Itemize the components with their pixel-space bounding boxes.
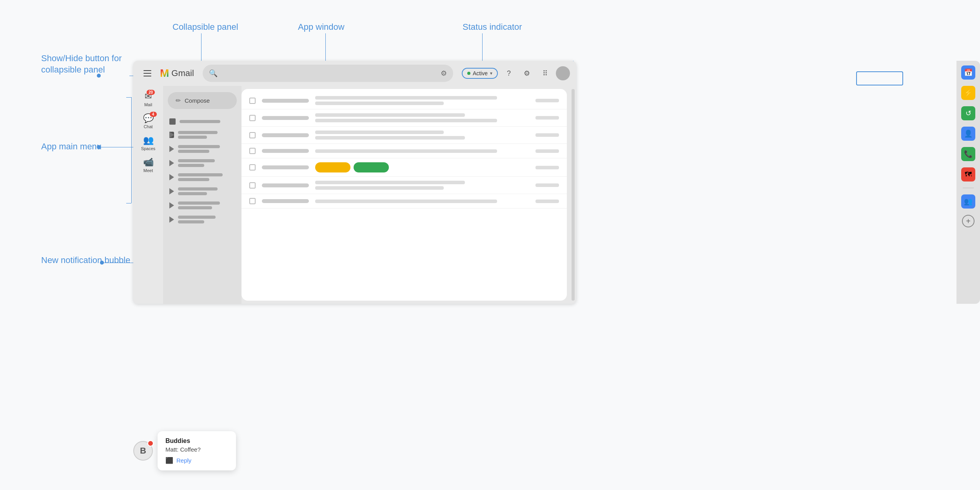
filter-icon[interactable]: ⚙ <box>441 69 447 78</box>
email-row[interactable] <box>241 194 567 209</box>
bubble-reply-button[interactable]: ⬛ Reply <box>165 457 228 464</box>
email-checkbox[interactable] <box>249 198 256 204</box>
add-app-button[interactable]: + <box>962 215 975 227</box>
contacts-icon: 👤 <box>964 129 973 138</box>
panel-item-7[interactable] <box>163 212 237 227</box>
email-subject <box>315 113 465 117</box>
show-hide-label: Show/Hide button for collapsible panel <box>41 53 127 75</box>
left-nav: ✉ 20 Mail 💬 4 Chat 👥 Spaces 📹 Meet <box>133 86 163 304</box>
email-sender <box>262 199 309 203</box>
panel-line-3a <box>178 159 215 162</box>
sidebar-item-meet[interactable]: 📹 Meet <box>135 155 162 175</box>
compose-label: Compose <box>185 97 210 104</box>
gmail-m-logo: M <box>160 67 169 80</box>
app-window-label: App window <box>298 22 345 33</box>
panel-arrow-3 <box>169 160 174 166</box>
hamburger-button[interactable] <box>140 65 155 81</box>
panel-line-7a <box>178 216 216 219</box>
email-content <box>315 149 529 153</box>
sidebar-item-spaces[interactable]: 👥 Spaces <box>135 133 162 153</box>
top-bar: M Gmail 🔍 ⚙ Active ▾ ? ⚙ ⠿ <box>133 61 576 86</box>
scrollbar[interactable] <box>572 89 575 301</box>
email-subject <box>315 149 497 153</box>
email-content <box>315 96 529 105</box>
tag-yellow <box>315 162 350 172</box>
email-date <box>535 166 559 169</box>
chevron-down-icon: ▾ <box>490 71 492 76</box>
keep-icon: ↺ <box>965 109 971 118</box>
email-content <box>315 131 529 140</box>
app-main-menu-dot <box>97 145 101 149</box>
help-button[interactable]: ? <box>502 66 516 80</box>
email-sender <box>262 149 309 153</box>
email-date <box>535 149 559 153</box>
bubble-avatar[interactable]: B <box>133 441 153 461</box>
email-preview <box>315 102 444 105</box>
tasks-app-icon[interactable]: ⚡ <box>961 86 975 100</box>
panel-item-2[interactable] <box>163 142 237 156</box>
panel-line-6b <box>178 206 212 209</box>
status-indicator-label: Status indicator <box>463 22 522 33</box>
panel-arrow-4 <box>169 174 174 180</box>
people-app-icon[interactable]: 👥 <box>961 194 975 209</box>
hamburger-line-2 <box>143 73 151 74</box>
mail-badge: 20 <box>147 90 155 95</box>
panel-item-3[interactable] <box>163 156 237 170</box>
mail-icon: ✉ 20 <box>145 91 152 102</box>
email-row[interactable] <box>241 92 567 109</box>
panel-lines-5 <box>178 187 230 195</box>
active-label: Active <box>473 70 488 76</box>
panel-item-6[interactable] <box>163 198 237 212</box>
email-row[interactable] <box>241 127 567 144</box>
right-apps-panel: 📅 ⚡ ↺ 👤 📞 🗺 👥 + <box>956 61 980 304</box>
hamburger-line-3 <box>143 76 151 76</box>
panel-item-1[interactable] <box>163 128 237 142</box>
meet-label: Meet <box>143 168 153 173</box>
hamburger-line-1 <box>143 70 151 71</box>
panel-inbox[interactable] <box>163 115 237 128</box>
email-checkbox[interactable] <box>249 98 256 104</box>
search-input[interactable] <box>221 70 437 77</box>
email-row[interactable] <box>241 177 567 194</box>
email-sender <box>262 99 309 103</box>
bubble-message: Matt: Coffee? <box>165 446 228 453</box>
email-row[interactable] <box>241 144 567 158</box>
email-checkbox[interactable] <box>249 164 256 171</box>
show-hide-dot <box>97 74 101 78</box>
top-right-controls: Active ▾ ? ⚙ ⠿ <box>462 66 570 80</box>
maps-app-icon[interactable]: 🗺 <box>961 167 975 181</box>
right-apps-divider <box>963 188 974 188</box>
panel-lines-7 <box>178 216 230 223</box>
phone-app-icon[interactable]: 📞 <box>961 147 975 161</box>
email-row[interactable] <box>241 109 567 127</box>
sidebar-item-chat[interactable]: 💬 4 Chat <box>135 111 162 131</box>
email-subject <box>315 181 465 184</box>
collapsible-panel: ✏ Compose <box>163 86 241 304</box>
email-checkbox[interactable] <box>249 182 256 189</box>
contacts-app-icon[interactable]: 👤 <box>961 127 975 141</box>
email-row[interactable] <box>241 158 567 177</box>
panel-item-5[interactable] <box>163 184 237 198</box>
calendar-app-icon[interactable]: 📅 <box>961 65 975 80</box>
email-sender <box>262 116 309 120</box>
email-preview <box>315 136 465 140</box>
panel-line-1a <box>178 131 218 134</box>
search-bar[interactable]: 🔍 ⚙ <box>203 65 453 82</box>
email-date <box>535 133 559 137</box>
email-checkbox[interactable] <box>249 132 256 138</box>
app-window-line <box>325 33 326 62</box>
compose-button[interactable]: ✏ Compose <box>168 92 237 109</box>
email-sender <box>262 133 309 137</box>
sidebar-item-mail[interactable]: ✉ 20 Mail <box>135 89 162 109</box>
avatar[interactable] <box>556 66 570 80</box>
keep-app-icon[interactable]: ↺ <box>961 106 975 120</box>
compose-icon: ✏ <box>176 97 181 104</box>
email-checkbox[interactable] <box>249 148 256 154</box>
apps-button[interactable]: ⠿ <box>538 66 552 80</box>
active-status-badge[interactable]: Active ▾ <box>462 68 498 79</box>
inbox-line-1 <box>180 120 220 123</box>
panel-item-4[interactable] <box>163 170 237 184</box>
email-checkbox[interactable] <box>249 115 256 121</box>
settings-button[interactable]: ⚙ <box>520 66 534 80</box>
tag-green <box>354 162 389 172</box>
